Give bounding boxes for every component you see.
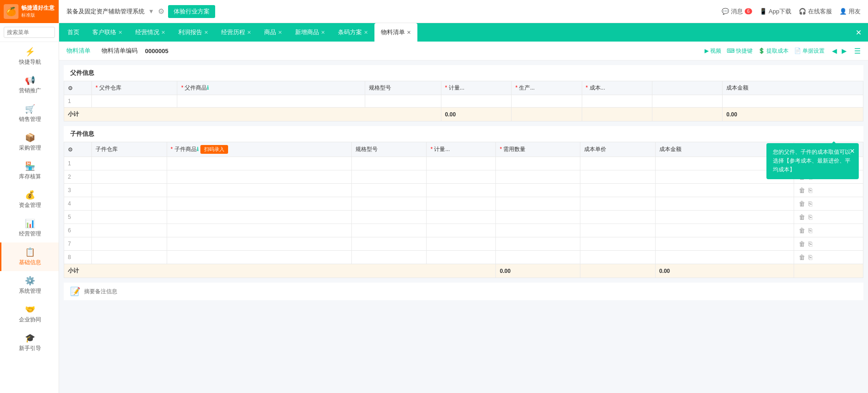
sidebar-item-sales[interactable]: 🛒 销售管理 — [0, 99, 59, 128]
child-warehouse-cell[interactable] — [92, 157, 167, 170]
child-qty-cell[interactable] — [496, 237, 580, 251]
child-spec-cell[interactable] — [351, 237, 427, 251]
tab-close-bom[interactable]: ✕ — [407, 30, 411, 36]
tab-new-goods[interactable]: 新增商品 ✕ — [289, 23, 332, 42]
settings-icon[interactable]: ⚙ — [158, 7, 164, 16]
child-spec-cell[interactable] — [351, 211, 427, 224]
copy-icon[interactable]: ⎘ — [808, 200, 812, 207]
tab-goods[interactable]: 商品 ✕ — [258, 23, 289, 42]
child-goods-cell[interactable] — [167, 170, 351, 184]
app-download-button[interactable]: 📱 App下载 — [760, 7, 791, 16]
child-warehouse-cell[interactable] — [92, 224, 167, 237]
sidebar-item-finance[interactable]: 💰 资金管理 — [0, 185, 59, 214]
child-unit-cell[interactable] — [427, 224, 496, 237]
tab-close-profit[interactable]: ✕ — [204, 30, 208, 36]
tab-home[interactable]: 首页 — [61, 23, 86, 42]
goods-info-icon[interactable]: ℹ — [207, 85, 209, 91]
delete-icon[interactable]: 🗑 — [799, 187, 805, 194]
child-warehouse-cell[interactable] — [92, 184, 167, 197]
child-spec-cell[interactable] — [351, 197, 427, 211]
parent-unit-cell[interactable] — [441, 95, 511, 108]
nav-prev-icon[interactable]: ◀ — [830, 46, 839, 55]
copy-icon[interactable]: ⎘ — [808, 213, 812, 221]
tab-close-customer[interactable]: ✕ — [118, 30, 122, 36]
child-goods-info-icon[interactable]: ℹ — [197, 146, 199, 152]
child-qty-cell[interactable] — [496, 251, 580, 264]
tab-close-new-goods[interactable]: ✕ — [321, 30, 325, 36]
child-goods-cell[interactable] — [167, 237, 351, 251]
tab-customer[interactable]: 客户联络 ✕ — [86, 23, 129, 42]
tab-close-all[interactable]: ✕ — [851, 28, 866, 37]
child-spec-cell[interactable] — [351, 224, 427, 237]
child-cost-price-cell[interactable] — [580, 224, 656, 237]
tab-barcode[interactable]: 条码方案 ✕ — [332, 23, 374, 42]
view-button[interactable]: ▶ 视频 — [705, 47, 721, 55]
child-qty-cell[interactable] — [496, 170, 580, 184]
sidebar-item-system[interactable]: ⚙️ 系统管理 — [0, 271, 59, 300]
sidebar-item-guide[interactable]: 🎓 新手引导 — [0, 328, 59, 357]
tab-bom[interactable]: 物料清单 ✕ — [374, 23, 417, 42]
settings-gear-icon[interactable]: ⚙ — [68, 85, 73, 91]
sidebar-item-purchase[interactable]: 📦 采购管理 — [0, 128, 59, 157]
sidebar-item-quick-nav[interactable]: ⚡ 快捷导航 — [0, 42, 59, 71]
child-cost-price-cell[interactable] — [580, 157, 656, 170]
child-unit-cell[interactable] — [427, 251, 496, 264]
tab-profit[interactable]: 利润报告 ✕ — [172, 23, 215, 42]
child-warehouse-cell[interactable] — [92, 237, 167, 251]
message-button[interactable]: 💬 消息 6 — [722, 7, 752, 16]
tab-close-history[interactable]: ✕ — [247, 30, 251, 36]
parent-production-cell[interactable] — [512, 95, 582, 108]
parent-goods-cell[interactable] — [177, 95, 365, 108]
tooltip-close-button[interactable]: ✕ — [850, 146, 855, 156]
child-qty-cell[interactable] — [496, 157, 580, 170]
child-spec-cell[interactable] — [351, 157, 427, 170]
child-qty-cell[interactable] — [496, 184, 580, 197]
copy-icon[interactable]: ⎘ — [808, 227, 812, 234]
child-goods-cell[interactable] — [167, 224, 351, 237]
child-goods-cell[interactable] — [167, 251, 351, 264]
child-cost-price-cell[interactable] — [580, 251, 656, 264]
child-qty-cell[interactable] — [496, 224, 580, 237]
child-qty-cell[interactable] — [496, 197, 580, 211]
child-unit-cell[interactable] — [427, 197, 496, 211]
child-warehouse-cell[interactable] — [92, 251, 167, 264]
sidebar-item-basic-info[interactable]: 📋 基础信息 — [0, 242, 59, 271]
child-unit-cell[interactable] — [427, 211, 496, 224]
delete-icon[interactable]: 🗑 — [799, 200, 805, 207]
search-input[interactable] — [4, 27, 55, 38]
child-warehouse-cell[interactable] — [92, 211, 167, 224]
tab-close-operations[interactable]: ✕ — [161, 30, 165, 36]
child-cost-price-cell[interactable] — [580, 211, 656, 224]
child-settings-gear-icon[interactable]: ⚙ — [68, 146, 73, 153]
child-cost-price-cell[interactable] — [580, 184, 656, 197]
child-warehouse-cell[interactable] — [92, 170, 167, 184]
child-spec-cell[interactable] — [351, 251, 427, 264]
child-goods-cell[interactable] — [167, 157, 351, 170]
shortcut-button[interactable]: ⌨ 快捷键 — [727, 47, 753, 55]
extract-cost-button[interactable]: 💲 提取成本 — [758, 47, 789, 55]
child-spec-cell[interactable] — [351, 184, 427, 197]
single-settings-button[interactable]: 📄 单据设置 — [794, 47, 825, 55]
tab-operations[interactable]: 经营情况 ✕ — [129, 23, 172, 42]
parent-cost-cell[interactable] — [582, 95, 652, 108]
child-qty-cell[interactable] — [496, 211, 580, 224]
child-goods-cell[interactable] — [167, 197, 351, 211]
scan-input-button[interactable]: 扫码录入 — [200, 145, 228, 154]
child-cost-price-cell[interactable] — [580, 197, 656, 211]
sidebar-item-marketing[interactable]: 📢 营销推广 — [0, 71, 59, 99]
sidebar-item-enterprise[interactable]: 🤝 企业协同 — [0, 300, 59, 328]
child-cost-price-cell[interactable] — [580, 170, 656, 184]
delete-icon[interactable]: 🗑 — [799, 254, 805, 261]
delete-icon[interactable]: 🗑 — [799, 213, 805, 221]
copy-icon[interactable]: ⎘ — [808, 254, 812, 261]
online-service-button[interactable]: 🎧 在线客服 — [799, 7, 832, 16]
copy-icon[interactable]: ⎘ — [808, 240, 812, 248]
sidebar-item-operations[interactable]: 📊 经营管理 — [0, 214, 59, 242]
child-unit-cell[interactable] — [427, 170, 496, 184]
child-spec-cell[interactable] — [351, 170, 427, 184]
child-goods-cell[interactable] — [167, 184, 351, 197]
sidebar-item-inventory[interactable]: 🏪 库存核算 — [0, 157, 59, 185]
tab-close-goods[interactable]: ✕ — [278, 30, 282, 36]
parent-warehouse-cell[interactable] — [92, 95, 177, 108]
user-menu[interactable]: 👤 用友 — [839, 7, 861, 16]
